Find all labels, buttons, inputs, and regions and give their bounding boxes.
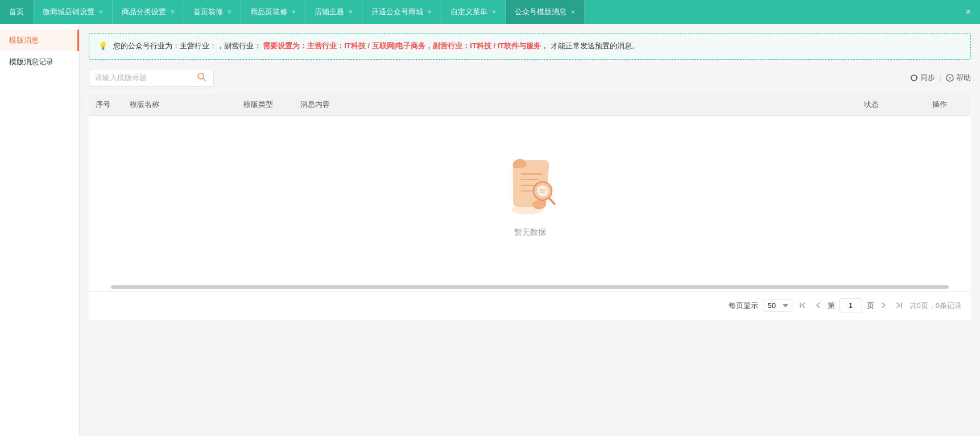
nav-item-home-label: 首页 <box>9 7 24 17</box>
toolbar-right: 同步 | ? 帮助 <box>910 73 971 83</box>
first-page-icon <box>799 302 806 309</box>
col-header-status: 状态 <box>857 94 925 116</box>
nav-item-open-mall[interactable]: 开通公众号商城 × <box>362 0 441 24</box>
nav-item-store-settings[interactable]: 微商城店铺设置 × <box>34 0 113 24</box>
data-table-wrap: 序号 模版名称 模版类型 消息内容 状态 操作 <box>89 94 971 320</box>
top-navbar: 首页 微商城店铺设置 × 商品分类设置 × 首页装修 × 商品页装修 × 店铺主… <box>0 0 980 24</box>
nav-item-custom-menu[interactable]: 自定义菜单 × <box>441 0 506 24</box>
svg-point-10 <box>537 185 548 197</box>
sync-button[interactable]: 同步 <box>910 73 935 83</box>
search-bar: 同步 | ? 帮助 <box>89 69 971 87</box>
search-button[interactable] <box>197 72 206 83</box>
col-header-action: 操作 <box>925 94 971 116</box>
prev-page-icon <box>815 302 821 309</box>
sync-icon <box>910 74 918 82</box>
notice-text-prefix: 您的公众号行业为：主营行业：，副营行业： <box>113 41 261 50</box>
page-label: 第 <box>828 301 835 311</box>
data-table: 序号 模版名称 模版类型 消息内容 状态 操作 <box>89 94 971 283</box>
page-unit: 页 <box>867 301 874 311</box>
sidebar-item-template-msg-log[interactable]: 模版消息记录 <box>0 51 79 73</box>
help-label: 帮助 <box>956 73 971 83</box>
per-page-select[interactable]: 50 10 20 100 <box>763 300 792 312</box>
sidebar: 模版消息 模版消息记录 <box>0 24 80 436</box>
svg-line-1 <box>203 78 205 81</box>
search-input[interactable] <box>89 69 214 87</box>
nav-item-homepage-decor[interactable]: 首页装修 × <box>184 0 241 24</box>
svg-line-11 <box>549 198 555 204</box>
next-page-icon <box>881 302 887 309</box>
notice-highlight: 需要设置为：主营行业：IT科技 / 互联网|电子商务，副营行业：IT科技 / I… <box>263 41 548 50</box>
empty-state: 暂无数据 <box>89 116 971 283</box>
nav-label-homepage-decor: 首页装修 <box>193 7 223 17</box>
main-layout: 模版消息 模版消息记录 💡 您的公众号行业为：主营行业：，副营行业： 需要设置为… <box>0 24 980 436</box>
total-info: 共0页，0条记录 <box>909 301 962 311</box>
col-header-name: 模版名称 <box>123 94 237 116</box>
last-page-icon <box>896 302 903 309</box>
help-button[interactable]: ? 帮助 <box>946 73 971 83</box>
first-page-button[interactable] <box>797 300 808 312</box>
help-icon: ? <box>946 74 954 82</box>
page-number-input[interactable] <box>840 298 862 313</box>
col-header-content: 消息内容 <box>293 94 857 116</box>
sidebar-label-template-msg: 模版消息 <box>9 36 39 44</box>
close-all-button[interactable]: × <box>957 0 980 24</box>
col-header-type: 模版类型 <box>237 94 293 116</box>
nav-item-template-msg[interactable]: 公众号模版消息 × <box>506 0 585 24</box>
nav-label-product-decor: 商品页装修 <box>250 7 287 17</box>
notice-icon: 💡 <box>98 41 107 50</box>
close-icon-custom-menu[interactable]: × <box>492 8 496 16</box>
close-icon-product-decor[interactable]: × <box>292 8 296 16</box>
close-icon-template-msg[interactable]: × <box>571 8 575 16</box>
col-header-seq: 序号 <box>89 94 123 116</box>
svg-text:?: ? <box>949 76 952 81</box>
close-icon-store-settings[interactable]: × <box>99 8 103 16</box>
nav-item-home[interactable]: 首页 <box>0 0 34 24</box>
next-page-button[interactable] <box>879 300 889 312</box>
last-page-button[interactable] <box>894 300 905 312</box>
pagination: 每页显示 50 10 20 100 <box>89 291 971 320</box>
close-icon-category-settings[interactable]: × <box>171 8 175 16</box>
horizontal-scrollbar[interactable] <box>89 283 971 291</box>
per-page-label: 每页显示 <box>729 301 758 311</box>
notice-text-suffix: 才能正常发送预置的消息。 <box>551 41 639 50</box>
sync-label: 同步 <box>920 73 935 83</box>
close-icon-homepage-decor[interactable]: × <box>228 8 231 16</box>
close-icon-store-theme[interactable]: × <box>349 8 353 16</box>
empty-icon <box>496 150 564 218</box>
notice-box: 💡 您的公众号行业为：主营行业：，副营行业： 需要设置为：主营行业：IT科技 /… <box>89 33 971 60</box>
nav-label-open-mall: 开通公众号商城 <box>371 7 423 17</box>
close-icon-open-mall[interactable]: × <box>428 8 432 16</box>
search-icon <box>197 72 206 81</box>
prev-page-button[interactable] <box>813 300 823 312</box>
content-area: 💡 您的公众号行业为：主营行业：，副营行业： 需要设置为：主营行业：IT科技 /… <box>80 24 980 436</box>
scrollbar-thumb <box>111 285 949 289</box>
nav-label-custom-menu: 自定义菜单 <box>450 7 487 17</box>
nav-label-category-settings: 商品分类设置 <box>122 7 166 17</box>
empty-text: 暂无数据 <box>89 227 971 238</box>
nav-label-store-theme: 店铺主题 <box>315 7 344 17</box>
nav-item-product-decor[interactable]: 商品页装修 × <box>241 0 305 24</box>
nav-item-category-settings[interactable]: 商品分类设置 × <box>113 0 184 24</box>
nav-item-store-theme[interactable]: 店铺主题 × <box>305 0 362 24</box>
toolbar-divider: | <box>940 73 941 82</box>
nav-label-store-settings: 微商城店铺设置 <box>43 7 94 17</box>
sidebar-item-template-msg[interactable]: 模版消息 <box>0 30 79 51</box>
sidebar-label-template-msg-log: 模版消息记录 <box>9 57 53 66</box>
nav-label-template-msg: 公众号模版消息 <box>515 7 567 17</box>
